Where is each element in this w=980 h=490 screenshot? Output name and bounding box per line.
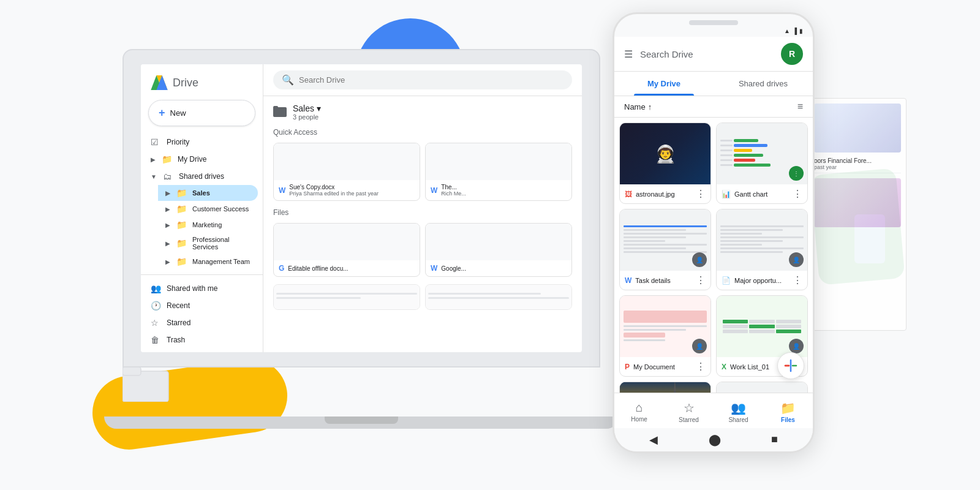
phone-file-card-task-details[interactable]: 👤 W Task details ⋮ <box>619 209 711 290</box>
hamburger-menu-icon[interactable]: ☰ <box>624 48 633 60</box>
drive-desktop-app: Drive + New ☑ Priority ▶ 📁 My Drive <box>141 64 582 352</box>
work-list-preview: 👤 <box>717 296 807 357</box>
phone-screen: ☰ Search Drive R My Drive Shared drives … <box>614 37 813 428</box>
tokyo-svg <box>620 382 710 393</box>
sales-expand-icon: ▶ <box>165 190 170 197</box>
expand-icon: ▶ <box>151 156 156 163</box>
tab-shared-drives[interactable]: Shared drives <box>714 72 813 96</box>
ps-folder-icon: 📁 <box>176 238 186 248</box>
svg-rect-7 <box>273 106 278 109</box>
files-label: Files <box>273 208 572 217</box>
phone-device: ▲ ▐ ▮ ☰ Search Drive R My Drive Shared d… <box>612 12 815 453</box>
gantt-more-overlay: ⋮ <box>789 166 804 181</box>
work-list-sheets-preview <box>717 314 807 339</box>
recents-button[interactable]: ■ <box>771 433 778 447</box>
fab-add-button[interactable] <box>777 352 804 379</box>
sort-by-name[interactable]: Name ↑ <box>624 102 652 111</box>
phone-file-card-placeholder[interactable] <box>716 382 808 393</box>
search-bar[interactable]: 🔍 <box>273 70 572 89</box>
phone-search-text[interactable]: Search Drive <box>640 49 774 59</box>
file-info-sues: W Sue's Copy.docx Priya Sharma edited in… <box>274 180 420 200</box>
gantt-preview: ⋮ <box>717 123 807 184</box>
sidebar-item-shared-drives[interactable]: ▼ 🗂 Shared drives <box>141 168 258 185</box>
drive-logo-icon <box>151 75 168 90</box>
sidebar-item-shared-with-me[interactable]: 👥 Shared with me <box>141 280 258 297</box>
bottom-nav-files[interactable]: 📁 Files <box>763 398 813 426</box>
sidebar-item-professional-services[interactable]: ▶ 📁 Professional Services <box>158 233 258 254</box>
file-preview-extra2 <box>426 285 571 309</box>
astronaut-menu-icon[interactable]: ⋮ <box>696 188 706 200</box>
file-card-the[interactable]: W The... Rich Me... <box>425 143 572 201</box>
gantt-menu-icon[interactable]: ⋮ <box>793 188 802 200</box>
file-card-sues-copy[interactable]: W Sue's Copy.docx Priya Sharma edited in… <box>273 143 420 201</box>
files-grid: G Editable offline docu... <box>273 223 572 277</box>
right-file-preview-1 <box>814 104 901 153</box>
signal-icon: ▐ <box>793 28 797 34</box>
sidebar-item-marketing[interactable]: ▶ 📁 Marketing <box>158 217 258 233</box>
quick-access-grid: W Sue's Copy.docx Priya Sharma edited in… <box>273 143 572 201</box>
shared-drives-icon: 🗂 <box>163 172 173 181</box>
shared-with-me-label: Shared with me <box>167 284 217 293</box>
phone-file-card-major-opportu[interactable]: 👤 📄 Major opportu... ⋮ <box>716 209 808 290</box>
sidebar-item-recent[interactable]: 🕐 Recent <box>141 297 258 314</box>
file-preview-editable <box>274 224 420 260</box>
word-doc-icon: W <box>279 186 285 195</box>
management-team-label: Management Team <box>192 258 250 265</box>
phone-file-card-gantt[interactable]: ⋮ 📊 Gantt chart ⋮ <box>716 123 808 204</box>
google-filename: Google... <box>441 265 567 272</box>
folder-header-text: Sales ▾ 3 people <box>293 104 321 121</box>
work-list-user-avatar: 👤 <box>789 339 804 353</box>
sidebar-item-sales[interactable]: ▶ 📁 Sales <box>158 185 258 201</box>
sidebar-item-priority[interactable]: ☑ Priority <box>141 134 258 151</box>
right-file-preview-2 <box>814 178 901 227</box>
the-filename: The... <box>441 184 466 190</box>
tab-my-drive[interactable]: My Drive <box>614 72 714 96</box>
file-info-editable: G Editable offline docu... <box>274 260 420 276</box>
sidebar-item-my-drive[interactable]: ▶ 📁 My Drive <box>141 151 258 168</box>
plus-icon: + <box>159 107 165 119</box>
phone-file-card-my-document[interactable]: 👤 P My Document ⋮ <box>619 295 711 377</box>
sidebar-item-trash[interactable]: 🗑 Trash <box>141 331 258 349</box>
svg-rect-8 <box>620 382 710 393</box>
gantt-file-info: 📊 Gantt chart ⋮ <box>717 184 807 203</box>
search-input[interactable] <box>299 75 564 85</box>
list-view-icon[interactable]: ≡ <box>797 101 803 112</box>
phone-notch <box>689 20 738 25</box>
drive-sidebar: Drive + New ☑ Priority ▶ 📁 My Drive <box>141 64 263 352</box>
shared-drives-subitems: ▶ 📁 Sales ▶ 📁 Customer Success ▶ 📁 <box>141 185 263 270</box>
bottom-nav-starred[interactable]: ☆ Starred <box>664 398 714 426</box>
word-doc-icon-3: W <box>431 264 437 273</box>
expand-shared-icon: ▼ <box>151 173 157 180</box>
home-button[interactable]: ⬤ <box>709 433 721 447</box>
right-panel: oors Financial Fore... past year <box>809 98 907 331</box>
customer-success-label: Customer Success <box>192 205 249 213</box>
gantt-filename: Gantt chart <box>734 190 789 198</box>
file-card-editable[interactable]: G Editable offline docu... <box>273 223 420 277</box>
file-card-extra1[interactable] <box>273 284 420 310</box>
my-document-filename: My Document <box>633 363 692 371</box>
file-info-the: W The... Rich Me... <box>426 180 571 200</box>
phone-file-card-astronaut[interactable]: 👨‍🚀 🖼 astronaut.jpg ⋮ <box>619 123 711 204</box>
mt-expand-icon: ▶ <box>165 258 170 265</box>
sales-folder-icon: 📁 <box>176 188 186 198</box>
bottom-nav-home[interactable]: ⌂ Home <box>614 398 664 426</box>
sidebar-item-customer-success[interactable]: ▶ 📁 Customer Success <box>158 201 258 217</box>
my-drive-icon: 📁 <box>162 154 172 164</box>
sidebar-item-starred[interactable]: ☆ Starred <box>141 314 258 331</box>
new-button[interactable]: + New <box>148 100 255 126</box>
user-avatar[interactable]: R <box>781 43 803 65</box>
file-preview-the <box>426 143 571 180</box>
my-doc-menu-icon[interactable]: ⋮ <box>696 361 706 372</box>
back-button[interactable]: ◀ <box>649 433 658 447</box>
sidebar-item-management-team[interactable]: ▶ 📁 Management Team <box>158 254 258 270</box>
file-card-extra2[interactable] <box>425 284 572 310</box>
phone-file-card-next-tokyo[interactable]: Next Tokyo... <box>619 382 711 393</box>
task-details-preview: 👤 <box>620 209 710 271</box>
recent-icon: 🕐 <box>151 301 160 311</box>
trash-icon: 🗑 <box>151 335 160 345</box>
phone-toolbar: Name ↑ ≡ <box>614 96 813 118</box>
task-menu-icon[interactable]: ⋮ <box>696 274 706 286</box>
major-menu-icon[interactable]: ⋮ <box>793 274 802 286</box>
file-card-google[interactable]: W Google... <box>425 223 572 277</box>
bottom-nav-shared[interactable]: 👥 Shared <box>714 398 763 426</box>
